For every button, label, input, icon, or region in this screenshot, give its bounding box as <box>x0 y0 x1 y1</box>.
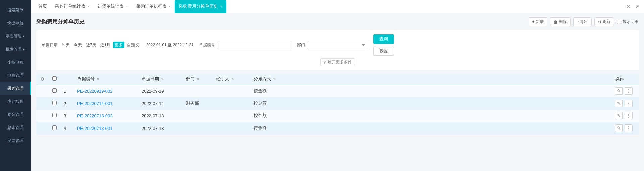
docno-sort-icon[interactable]: ⇅ <box>97 77 99 81</box>
tab-home[interactable]: 首页 <box>34 0 51 13</box>
table-row: 4PE-20220713-0012022-07-13按金额 ✎ ⋮ <box>36 122 639 135</box>
more-icon-2[interactable]: ⋮ <box>625 112 633 119</box>
sidebar-label-wholesale: 批发管理▼ <box>2 47 29 52</box>
tab-close-purchase-order-exec[interactable]: × <box>169 4 171 8</box>
dept-label: 部门 <box>297 42 305 48</box>
table-wrap: ⚙ 单据编号 ⇅ 单据日期 ⇅ <box>36 73 639 135</box>
more-icon-3[interactable]: ⋮ <box>625 124 633 132</box>
tab-close-purchase-cost-history[interactable]: × <box>220 4 222 8</box>
tab-bar: 首页采购订单统计表×进货单统计表×采购订单执行表×采购费用分摊单历史× × ⤢ <box>31 0 644 13</box>
row-docno-link-2[interactable]: PE-20220713-003 <box>77 113 113 118</box>
table-row: 3PE-20220713-0032022-07-13按金额 ✎ ⋮ <box>36 110 639 122</box>
yesterday-btn[interactable]: 昨天 <box>60 42 71 48</box>
row-no-1: 2 <box>60 97 74 110</box>
row-docno-link-3[interactable]: PE-20220713-001 <box>77 126 113 131</box>
sidebar-item-search[interactable]: 搜索菜单 <box>0 3 31 16</box>
maximize-button[interactable]: ⤢ <box>634 4 641 9</box>
row-handler-3 <box>213 122 250 135</box>
last7days-btn[interactable]: 近7天 <box>85 42 98 48</box>
sidebar-item-finance[interactable]: 资金管理 <box>0 108 31 121</box>
show-columns-input[interactable] <box>617 20 621 24</box>
sidebar-arrow-retail: ▼ <box>22 35 25 38</box>
row-docno-link-1[interactable]: PE-20220714-001 <box>77 101 113 106</box>
sidebar-item-inventory[interactable]: 库存核算 <box>0 95 31 108</box>
dept-sort-icon[interactable]: ⇅ <box>197 77 199 81</box>
tab-purchase-cost-history[interactable]: 采购费用分摊单历史× <box>175 0 226 13</box>
more-icon-0[interactable]: ⋮ <box>625 87 633 95</box>
gear-icon[interactable]: ⚙ <box>40 76 45 82</box>
settings-button[interactable]: 设置 <box>373 47 394 56</box>
split-sort-icon[interactable]: ⇅ <box>273 77 276 81</box>
edit-icon-3[interactable]: ✎ <box>615 124 623 132</box>
close-window-button[interactable]: × <box>626 4 631 10</box>
row-handler-1 <box>213 97 250 110</box>
sidebar: 搜索菜单快捷导航零售管理▼批发管理▼小畅电商电商管理采购管理库存核算资金管理总账… <box>0 0 31 171</box>
action-btns-3: ✎ ⋮ <box>615 124 635 132</box>
page-header: 采购费用分摊单历史 + 新增 🗑 删除 ↑ 导出 ↺ 刷新 显示明细 <box>36 17 639 26</box>
sidebar-item-wholesale[interactable]: 批发管理▼ <box>0 42 31 56</box>
delete-icon: 🗑 <box>554 20 558 24</box>
sidebar-item-invoice[interactable]: 发票管理 <box>0 134 31 147</box>
tab-label-home: 首页 <box>38 3 47 9</box>
expand-more: ∨ 展开更多条件 <box>42 58 633 66</box>
delete-button[interactable]: 🗑 删除 <box>550 17 571 26</box>
handler-sort-icon[interactable]: ⇅ <box>231 77 234 81</box>
row-date-0: 2022-09-19 <box>138 85 182 97</box>
edit-icon-0[interactable]: ✎ <box>615 87 623 95</box>
tab-purchase-order-exec[interactable]: 采购订单执行表× <box>132 0 175 13</box>
row-dept-1: 财务部 <box>182 97 213 110</box>
row-date-3: 2022-07-13 <box>138 122 182 135</box>
show-columns-checkbox[interactable]: 显示明细 <box>617 19 639 25</box>
tab-bar-actions: × ⤢ <box>626 4 641 10</box>
export-button[interactable]: ↑ 导出 <box>573 17 592 26</box>
tab-label-purchase-order-stats: 采购订单统计表 <box>55 3 86 9</box>
header-row: ⚙ 单据编号 ⇅ 单据日期 ⇅ <box>36 73 639 85</box>
date-shortcuts: 昨天 今天 近7天 近1月 更多 自定义 <box>60 42 141 48</box>
date-label: 单据日期 <box>42 42 58 48</box>
more-icon-1[interactable]: ⋮ <box>625 100 633 107</box>
select-all-checkbox[interactable] <box>52 76 57 81</box>
add-button[interactable]: + 新增 <box>529 17 547 26</box>
row-gear-3 <box>36 122 48 135</box>
refresh-button[interactable]: ↺ 刷新 <box>594 17 614 26</box>
row-checkbox-input-0[interactable] <box>52 88 57 93</box>
more-btn[interactable]: 更多 <box>113 42 124 48</box>
tab-close-purchase-order-stats[interactable]: × <box>88 4 90 8</box>
edit-icon-1[interactable]: ✎ <box>615 100 623 107</box>
docno-input[interactable] <box>218 41 291 49</box>
data-table: ⚙ 单据编号 ⇅ 单据日期 ⇅ <box>36 73 639 135</box>
expand-more-button[interactable]: ∨ 展开更多条件 <box>320 58 355 66</box>
sidebar-label-ecommerce: 电商管理 <box>2 73 29 78</box>
sidebar-item-ecommerce[interactable]: 电商管理 <box>0 69 31 82</box>
last1month-btn[interactable]: 近1月 <box>99 42 112 48</box>
row-gear-0 <box>36 85 48 97</box>
row-docno-3: PE-20220713-001 <box>74 122 138 135</box>
tab-purchase-order-stats[interactable]: 采购订单统计表× <box>51 0 94 13</box>
tab-label-purchase-order-exec: 采购订单执行表 <box>136 3 167 9</box>
sidebar-arrow-wholesale: ▼ <box>22 48 25 51</box>
query-button[interactable]: 查询 <box>373 34 394 44</box>
page-title: 采购费用分摊单历史 <box>36 18 85 25</box>
sidebar-item-purchase[interactable]: 采购管理 <box>0 82 31 95</box>
row-checkbox-input-3[interactable] <box>52 125 57 130</box>
sidebar-item-accounting[interactable]: 总账管理 <box>0 121 31 134</box>
today-btn[interactable]: 今天 <box>72 42 83 48</box>
action-btns-2: ✎ ⋮ <box>615 112 635 119</box>
date-sort-icon[interactable]: ⇅ <box>161 77 164 81</box>
handler-col-header: 经手人 ⇅ <box>213 73 250 85</box>
row-checkbox-input-1[interactable] <box>52 101 57 105</box>
sidebar-item-retail[interactable]: 零售管理▼ <box>0 29 31 42</box>
sidebar-item-quick[interactable]: 快捷导航 <box>0 16 31 29</box>
row-checkbox-input-2[interactable] <box>52 113 57 117</box>
sidebar-label-quick: 快捷导航 <box>2 20 29 26</box>
dept-select[interactable] <box>308 41 368 49</box>
row-split-1: 按金额 <box>250 97 612 110</box>
row-date-1: 2022-07-14 <box>138 97 182 110</box>
custom-btn[interactable]: 自定义 <box>126 42 141 48</box>
tab-import-stats[interactable]: 进货单统计表× <box>94 0 132 13</box>
row-docno-link-0[interactable]: PE-20220919-002 <box>77 89 113 94</box>
edit-icon-2[interactable]: ✎ <box>615 112 623 119</box>
sidebar-item-mini[interactable]: 小畅电商 <box>0 56 31 69</box>
tab-close-import-stats[interactable]: × <box>126 4 128 8</box>
sidebar-label-finance: 资金管理 <box>2 112 29 117</box>
